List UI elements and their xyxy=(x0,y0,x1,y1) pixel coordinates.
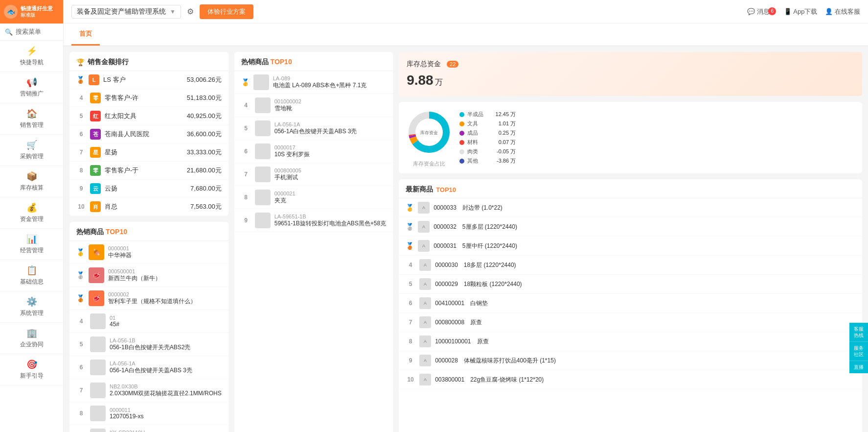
list-item: 9 KK-SD22110H 花语萌恒温分腿睡袋（厚款） xyxy=(69,425,228,432)
customer-name: 红太阳文具 xyxy=(105,112,183,120)
sidebar-item-sales[interactable]: 🏠 销售管理 xyxy=(0,103,63,135)
product-image-placeholder: A xyxy=(418,221,430,233)
customer-name: 零售客户-许 xyxy=(105,94,183,102)
customer-service-btn[interactable]: 客服热线 xyxy=(849,323,868,342)
settings-icon[interactable]: ⚙ xyxy=(187,7,194,16)
product-name: 0000031 5厘中纤 (1220*2440) xyxy=(434,242,855,250)
rank-amount: 33,333.00元 xyxy=(187,148,222,157)
main-area: 装备及固定资产辅助管理系统 ▼ ⚙ 体验行业方案 💬 消息 6 📱 App下载 … xyxy=(64,0,868,432)
medal-icon: 🥈 xyxy=(406,223,414,231)
sales-ranking-card: 🏆 销售金额排行 🥉 L LS 客户 53,006.26元 xyxy=(69,52,228,216)
message-section[interactable]: 💬 消息 6 xyxy=(747,7,776,16)
product-info: 000500001 新西兰牛肉（新牛） xyxy=(108,268,222,283)
product-image-placeholder xyxy=(255,167,271,182)
product-info: LA-056-1A 056-1A白色按键开关盖ABS 3壳 xyxy=(110,360,222,375)
medal-icon: 🥇 xyxy=(241,78,250,86)
list-item: 5 LA-056-1B 056-1B白色按键开关壳ABS2壳 xyxy=(69,333,228,356)
product-image-placeholder: A xyxy=(419,297,431,309)
list-item: 4 001000002 雪地靴 xyxy=(234,94,393,117)
basic-info-icon: 📋 xyxy=(26,265,37,276)
sidebar-item-purchase[interactable]: 🛒 采购管理 xyxy=(0,135,63,166)
sidebar-item-enterprise[interactable]: 🏢 企业协同 xyxy=(0,323,63,354)
customer-name: 苍南县人民医院 xyxy=(105,130,183,139)
stock-title: 库存总资金 22 xyxy=(407,60,854,69)
legend-dot xyxy=(459,121,464,126)
product-image-placeholder: A xyxy=(418,202,430,214)
product-image-placeholder: A xyxy=(419,374,431,385)
table-row: 6 苍 苍南县人民医院 36,600.00元 xyxy=(69,125,228,144)
rank-amount: 7,563.00元 xyxy=(190,202,222,211)
sidebar-item-quick-nav[interactable]: ⚡ 快捷导航 xyxy=(0,41,63,72)
product-image-placeholder xyxy=(90,406,106,421)
rank-number: 7 xyxy=(76,149,86,156)
system-title-selector[interactable]: 装备及固定资产辅助管理系统 ▼ xyxy=(71,5,181,19)
product-image-placeholder xyxy=(255,97,271,113)
rank-number: 6 xyxy=(76,131,86,138)
online-service-btn[interactable]: 👤 在线客服 xyxy=(825,7,860,16)
sidebar-item-basic-info[interactable]: 📋 基础信息 xyxy=(0,260,63,291)
medal-icon: 🥇 xyxy=(406,204,414,212)
content: 🏆 销售金额排行 🥉 L LS 客户 53,006.26元 xyxy=(64,46,868,432)
search-menu[interactable]: 🔍 搜索菜单 xyxy=(0,24,63,41)
service-sidebar: 客服热线 服务社区 直播 xyxy=(849,323,868,373)
content-inner: 🏆 销售金额排行 🥉 L LS 客户 53,006.26元 xyxy=(69,52,862,432)
live-btn[interactable]: 直播 xyxy=(849,361,868,373)
trial-btn[interactable]: 体验行业方案 xyxy=(200,4,253,19)
product-image-placeholder xyxy=(255,213,271,228)
tab-bar: 首页 xyxy=(64,24,868,46)
list-item: 9 A 0000028 体械蔻核味苏打饮品400毫升 (1*15) xyxy=(399,351,862,370)
list-item: 5 A 0000029 18颗粒板 (1220*2440) xyxy=(399,275,862,294)
customer-name: 云扬 xyxy=(105,184,186,193)
header-right: 💬 消息 6 📱 App下载 👤 在线客服 xyxy=(747,7,860,16)
sidebar-item-inventory[interactable]: 📦 库存核算 xyxy=(0,166,63,197)
product-image-placeholder xyxy=(90,313,106,329)
svg-text:库存资金: 库存资金 xyxy=(420,130,438,135)
product-info: 0000001 中华神器 xyxy=(108,245,222,260)
sidebar-item-operation[interactable]: 📊 经营管理 xyxy=(0,229,63,260)
legend-dot xyxy=(459,159,464,164)
sidebar-item-system[interactable]: ⚙️ 系统管理 xyxy=(0,291,63,323)
donut-chart-container: 库存资金 库存资金占比 半成品 12.45 万 xyxy=(405,108,856,168)
sidebar-item-finance[interactable]: 💰 资金管理 xyxy=(0,197,63,229)
header: 装备及固定资产辅助管理系统 ▼ ⚙ 体验行业方案 💬 消息 6 📱 App下载 … xyxy=(64,0,868,24)
product-image-placeholder xyxy=(255,120,271,136)
product-name: 0000028 体械蔻核味苏打饮品400毫升 (1*15) xyxy=(435,357,855,365)
chevron-down-icon: ▼ xyxy=(170,8,176,15)
list-item: 🥉 🥩 0000002 智利车子里（规格不知道填什么） xyxy=(69,287,228,310)
product-info: KK-SD22110H 花语萌恒温分腿睡袋（厚款） xyxy=(110,430,222,432)
product-info: LA-59651-1B 59651-1B旋转投影灯电池盒ABS黑色+58克 xyxy=(274,214,386,228)
enterprise-icon: 🏢 xyxy=(26,328,37,338)
sidebar-item-marketing[interactable]: 📢 营销推广 xyxy=(0,72,63,103)
customer-name: 肖总 xyxy=(105,202,186,211)
inventory-icon: 📦 xyxy=(26,171,37,182)
system-title: 装备及固定资产辅助管理系统 xyxy=(77,7,166,16)
rank-number: 5 xyxy=(76,113,86,120)
product-name: 0000032 5厘多层 (1220*2440) xyxy=(434,223,855,231)
list-item: 7 000800005 手机测试 xyxy=(234,163,393,186)
app-download-btn[interactable]: 📱 App下载 xyxy=(784,7,817,16)
product-info: 0000017 10S 变利罗振 xyxy=(274,144,386,159)
product-image: 🥩 xyxy=(89,267,104,283)
product-image-placeholder: A xyxy=(419,259,431,271)
app-logo: 🐟 畅捷通好生意 标准版 xyxy=(0,0,63,24)
product-image-placeholder: A xyxy=(419,278,431,290)
product-image: 🥩 xyxy=(89,290,104,306)
stock-chart-card: 库存资金 库存资金占比 半成品 12.45 万 xyxy=(399,102,862,173)
marketing-icon: 📢 xyxy=(26,77,37,88)
sidebar-item-guide[interactable]: 🎯 新手引导 xyxy=(0,354,63,385)
tab-home[interactable]: 首页 xyxy=(71,24,100,46)
legend-item: 肉类 -0.05 万 xyxy=(459,148,516,155)
hot-products-title: 热销商品 TOP10 xyxy=(69,222,228,241)
sidebar: 🐟 畅捷通好生意 标准版 🔍 搜索菜单 ⚡ 快捷导航 📢 营销推广 🏠 销售管理… xyxy=(0,0,64,432)
community-btn[interactable]: 服务社区 xyxy=(849,342,868,361)
product-info: 000800005 手机测试 xyxy=(274,168,386,182)
rank-badge: L xyxy=(89,74,99,85)
product-info: 0000002 智利车子里（规格不知道填什么） xyxy=(108,291,222,306)
hot-products-list-left: 🥇 🍖 0000001 中华神器 🥈 🥩 xyxy=(69,241,228,432)
rank-badge: 零 xyxy=(90,165,101,176)
product-name: 0000030 18多层 (1220*2440) xyxy=(435,261,855,269)
table-row: 5 红 红太阳文具 40,925.00元 xyxy=(69,107,228,125)
rank-badge: 肖 xyxy=(90,201,101,212)
product-image: 🍖 xyxy=(89,244,104,260)
table-row: 8 零 零售客户-于 21,680.00元 xyxy=(69,162,228,180)
